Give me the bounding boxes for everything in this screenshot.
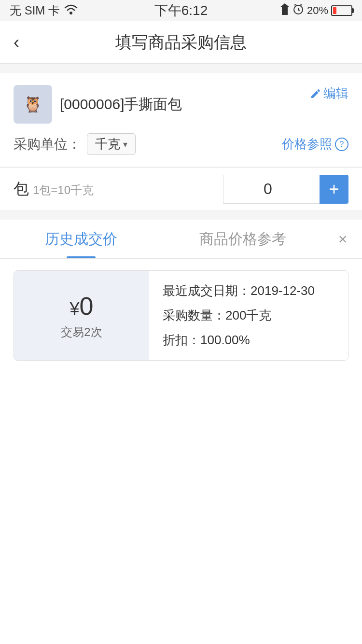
product-section: 🦉 [0000006]手撕面包 编辑 采购单位： 千克 ▾ 价格参照 ?: [0, 73, 362, 167]
product-name: [0000006]手撕面包: [60, 95, 182, 114]
quantity-unit: 包: [14, 179, 29, 200]
discount-label: 折扣：: [163, 333, 200, 347]
currency-symbol: ¥: [70, 299, 80, 319]
wifi-icon: [64, 4, 78, 17]
nav-bar: ‹ 填写商品采购信息: [0, 21, 362, 64]
status-left: 无 SIM 卡: [10, 3, 78, 18]
info-icon: ?: [335, 138, 348, 151]
svg-point-0: [70, 12, 72, 14]
product-unit-row: 采购单位： 千克 ▾ 价格参照 ?: [14, 133, 348, 155]
recent-date-value: 2019-12-30: [251, 283, 315, 298]
recent-date-row: 最近成交日期：2019-12-30: [163, 282, 334, 299]
quantity-label: 包 1包=10千克: [14, 179, 94, 200]
price-card-left: ¥0 交易2次: [14, 271, 149, 360]
back-button[interactable]: ‹: [14, 32, 19, 53]
quantity-section: 包 1包=10千克 +: [0, 168, 362, 210]
battery-percent: 20%: [307, 4, 328, 17]
unit-dropdown[interactable]: 千克 ▾: [87, 133, 136, 155]
product-icon-image: 🦉: [23, 95, 42, 113]
recent-date-label: 最近成交日期：: [163, 283, 251, 298]
product-left: 🦉 [0000006]手撕面包: [14, 85, 182, 124]
tab-history-price[interactable]: 历史成交价: [0, 220, 162, 258]
alarm-icon: [292, 3, 304, 18]
chevron-down-icon: ▾: [123, 139, 127, 150]
product-unit-left: 采购单位： 千克 ▾: [14, 133, 136, 155]
discount-row: 折扣：100.00%: [163, 332, 334, 349]
carrier-text: 无 SIM 卡: [10, 3, 60, 18]
price-reference-button[interactable]: 价格参照 ?: [282, 136, 348, 153]
product-edit-button[interactable]: 编辑: [310, 85, 348, 102]
trade-count: 交易2次: [61, 324, 102, 340]
edit-icon: [310, 88, 321, 99]
discount-value: 100.00%: [200, 333, 250, 347]
quantity-row: 采购数量：200千克: [163, 307, 334, 324]
page-title: 填写商品采购信息: [115, 31, 247, 54]
tab-product-price-ref[interactable]: 商品价格参考: [162, 220, 323, 258]
price-ref-label: 价格参照: [282, 136, 332, 153]
quantity-hint: 1包=10千克: [33, 182, 94, 198]
tab-product-label: 商品价格参考: [199, 229, 286, 249]
price-card: ¥0 交易2次 最近成交日期：2019-12-30 采购数量：200千克 折扣：…: [14, 270, 348, 361]
bottom-area: [0, 372, 362, 644]
status-right: 20%: [280, 3, 352, 18]
price-panel: 历史成交价 商品价格参考 × ¥0 交易2次 最近成交日期：2019-12-30…: [0, 220, 362, 372]
close-panel-button[interactable]: ×: [323, 220, 362, 258]
unit-value: 千克: [95, 136, 120, 153]
price-amount: ¥0: [70, 292, 94, 321]
price-value: 0: [80, 292, 94, 320]
tab-history-label: 历史成交价: [45, 229, 117, 249]
product-icon: 🦉: [14, 85, 52, 124]
quantity-input-group: +: [223, 175, 348, 204]
edit-label: 编辑: [323, 85, 348, 102]
price-content: ¥0 交易2次 最近成交日期：2019-12-30 采购数量：200千克 折扣：…: [0, 259, 362, 372]
unit-label: 采购单位：: [14, 135, 81, 154]
battery-icon: [331, 5, 352, 16]
quantity-value: 200千克: [225, 308, 271, 322]
product-header: 🦉 [0000006]手撕面包 编辑: [14, 85, 348, 124]
quantity-label-text: 采购数量：: [163, 308, 225, 322]
location-icon: [280, 3, 290, 18]
price-card-right: 最近成交日期：2019-12-30 采购数量：200千克 折扣：100.00%: [149, 271, 348, 360]
svg-text:?: ?: [340, 140, 344, 148]
status-time: 下午6:12: [154, 1, 208, 20]
quantity-input[interactable]: [223, 175, 320, 204]
quantity-plus-button[interactable]: +: [320, 175, 348, 204]
status-bar: 无 SIM 卡 下午6:12 20%: [0, 0, 362, 21]
price-panel-tabs: 历史成交价 商品价格参考 ×: [0, 220, 362, 259]
